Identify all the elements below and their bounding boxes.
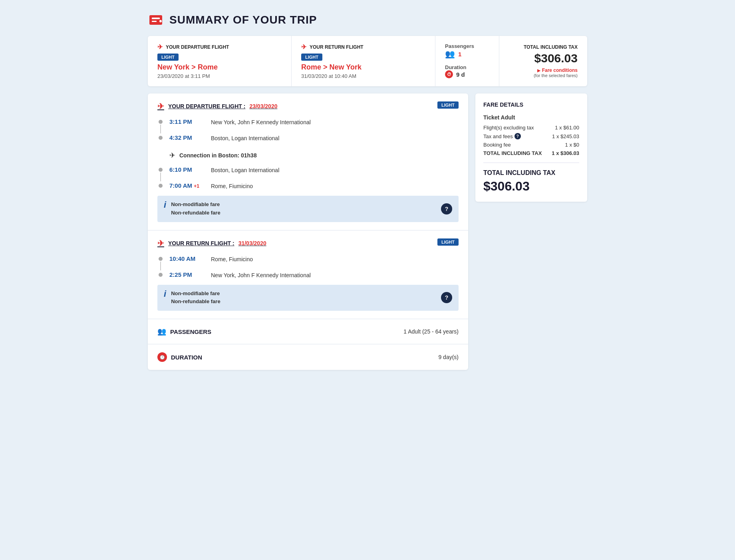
passengers-section-icon: 👥 xyxy=(157,327,166,336)
duration-value: ⏱ 9 d xyxy=(445,70,489,78)
fare-conditions-link[interactable]: ▶ Fare conditions xyxy=(537,68,578,73)
departure-datetime: 23/03/2020 at 3:11 PM xyxy=(157,73,282,79)
connection-text: Connection in Boston: 01h38 xyxy=(179,152,257,159)
stop-time-1: 3:11 PM xyxy=(169,118,205,125)
return-stop-time-1: 10:40 AM xyxy=(169,255,205,262)
duration-label: Duration xyxy=(445,64,489,70)
left-panel: ✈ YOUR DEPARTURE FLIGHT : 23/03/2020 LIG… xyxy=(148,93,468,370)
stop-row-2: 4:32 PM Boston, Logan International xyxy=(157,134,459,141)
ticket-icon xyxy=(148,12,164,28)
fare-row-3: TOTAL INCLUDING TAX 1 x $306.03 xyxy=(483,150,579,156)
stop-time-2: 4:32 PM xyxy=(169,134,205,141)
return-fare-info-box: i Non-modifiable fare Non-refundable far… xyxy=(157,285,459,311)
fare-info-text: Non-modifiable fare Non-refundable fare xyxy=(171,201,220,217)
return-stop-time-2: 2:25 PM xyxy=(169,271,205,278)
svg-rect-2 xyxy=(152,21,157,22)
summary-departure: ✈ YOUR DEPARTURE FLIGHT LIGHT New York >… xyxy=(148,36,292,86)
stop-place-2: Boston, Logan International xyxy=(211,134,279,141)
stop-dot-2 xyxy=(159,136,163,140)
fare-conditions-sub: (for the selected fares) xyxy=(534,73,578,78)
total-amount: $306.03 xyxy=(534,52,578,65)
duration-section-value: 9 day(s) xyxy=(438,354,459,360)
return-stop-place-1: Rome, Fiumicino xyxy=(211,255,253,262)
fare-help-button-1[interactable]: ? xyxy=(441,203,452,214)
return-stop-dot-2 xyxy=(159,273,163,277)
departure-route: New York > Rome xyxy=(157,63,282,71)
return-route: Rome > New York xyxy=(301,63,425,71)
return-label: ✈ YOUR RETURN FLIGHT xyxy=(301,43,425,51)
return-info-icon: i xyxy=(164,290,166,298)
total-label: TOTAL INCLUDING TAX xyxy=(524,44,578,50)
return-fare-info-text: Non-modifiable fare Non-refundable fare xyxy=(171,290,220,306)
stop-place-1: New York, John F Kennedy International xyxy=(211,118,311,125)
fare-row-2-label: Booking fee xyxy=(483,142,511,148)
departure-section-plane-icon: ✈ xyxy=(157,101,164,111)
return-stop-row-2: 2:25 PM New York, John F Kennedy Interna… xyxy=(157,271,459,278)
info-icon: i xyxy=(164,201,166,209)
fare-row-2-value: 1 x $0 xyxy=(565,142,579,148)
stop-time-3: 6:10 PM xyxy=(169,166,205,173)
stop-place-4: Rome, Fiumicino xyxy=(211,182,253,189)
duration-section-row: 🕐 DURATION 9 day(s) xyxy=(148,344,468,370)
return-section-plane-icon: ✈ xyxy=(157,238,164,248)
duration-clock-icon: 🕐 xyxy=(157,352,167,362)
fare-row-1-label: Tax and fees ? xyxy=(483,133,521,139)
clock-icon-small: ⏱ xyxy=(445,70,453,78)
connection-row: ✈ Connection in Boston: 01h38 xyxy=(169,148,459,163)
fare-row-0: Flight(s) excluding tax 1 x $61.00 xyxy=(483,125,579,131)
passengers-label: Passengers xyxy=(445,43,489,49)
return-flight-section: ✈ YOUR RETURN FLIGHT : 31/03/2020 LIGHT … xyxy=(148,230,468,320)
return-flight-title: ✈ YOUR RETURN FLIGHT : 31/03/2020 xyxy=(157,238,266,248)
passengers-icon: 👥 xyxy=(445,49,455,59)
stop-place-3: Boston, Logan International xyxy=(211,166,279,173)
return-plane-icon: ✈ xyxy=(301,43,306,51)
departure-flight-section: ✈ YOUR DEPARTURE FLIGHT : 23/03/2020 LIG… xyxy=(148,93,468,230)
svg-point-3 xyxy=(159,20,162,22)
fare-row-0-value: 1 x $61.00 xyxy=(555,125,579,131)
departure-badge: LIGHT xyxy=(157,54,179,61)
stop-dot-4 xyxy=(159,184,163,188)
departure-flight-title: ✈ YOUR DEPARTURE FLIGHT : 23/03/2020 xyxy=(157,101,277,111)
svg-rect-0 xyxy=(149,15,162,25)
return-datetime: 31/03/2020 at 10:40 AM xyxy=(301,73,425,79)
passengers-section-row: 👥 PASSENGERS 1 Adult (25 - 64 years) xyxy=(148,319,468,344)
connection-plane-icon: ✈ xyxy=(169,151,175,160)
stop-dot-3 xyxy=(159,168,163,172)
duration-label-row: 🕐 DURATION xyxy=(157,352,202,362)
page-header: SUMMARY OF YOUR TRIP xyxy=(148,8,587,36)
return-stop-dot-1 xyxy=(159,257,163,261)
return-stop-place-2: New York, John F Kennedy International xyxy=(211,271,311,278)
fare-row-1: Tax and fees ? 1 x $245.03 xyxy=(483,133,579,139)
departure-stops-1: 3:11 PM New York, John F Kennedy Interna… xyxy=(157,118,459,141)
stop-row-4: 7:00 AM +1 Rome, Fiumicino xyxy=(157,182,459,189)
departure-plane-icon: ✈ xyxy=(157,43,163,51)
stop-row-3: 6:10 PM Boston, Logan International xyxy=(157,166,459,181)
page-title: SUMMARY OF YOUR TRIP xyxy=(169,14,317,26)
passengers-label-row: 👥 PASSENGERS xyxy=(157,327,211,336)
fare-ticket-label: Ticket Adult xyxy=(483,114,579,121)
tax-help-button[interactable]: ? xyxy=(514,133,521,139)
svg-rect-1 xyxy=(152,18,160,19)
fare-row-0-label: Flight(s) excluding tax xyxy=(483,125,534,131)
fare-help-button-2[interactable]: ? xyxy=(441,292,452,303)
return-stops: 10:40 AM Rome, Fiumicino 2:25 PM New Yor… xyxy=(157,255,459,278)
grand-total-amount: $306.03 xyxy=(483,179,579,194)
departure-fare-info-box: i Non-modifiable fare Non-refundable far… xyxy=(157,196,459,222)
stop-time-4: 7:00 AM +1 xyxy=(169,182,205,189)
return-flight-header: ✈ YOUR RETURN FLIGHT : 31/03/2020 LIGHT xyxy=(157,238,459,248)
fare-row-1-value: 1 x $245.03 xyxy=(552,133,579,139)
grand-total-label: TOTAL INCLUDING TAX xyxy=(483,169,579,177)
fare-divider xyxy=(483,163,579,163)
summary-return: ✈ YOUR RETURN FLIGHT LIGHT Rome > New Yo… xyxy=(292,36,435,86)
summary-total: TOTAL INCLUDING TAX $306.03 ▶ Fare condi… xyxy=(499,36,587,86)
right-panel: FARE DETAILS Ticket Adult Flight(s) excl… xyxy=(475,93,587,202)
fare-details-title: FARE DETAILS xyxy=(483,101,579,108)
return-section-badge: LIGHT xyxy=(437,238,459,246)
departure-label: ✈ YOUR DEPARTURE FLIGHT xyxy=(157,43,282,51)
passengers-value: 👥 1 xyxy=(445,49,489,59)
summary-passengers-duration: Passengers 👥 1 Duration ⏱ 9 d xyxy=(435,36,499,86)
departure-flight-header: ✈ YOUR DEPARTURE FLIGHT : 23/03/2020 LIG… xyxy=(157,101,459,111)
stop-dot-1 xyxy=(159,120,163,124)
passengers-section-value: 1 Adult (25 - 64 years) xyxy=(403,328,459,335)
return-stop-row-1: 10:40 AM Rome, Fiumicino xyxy=(157,255,459,270)
